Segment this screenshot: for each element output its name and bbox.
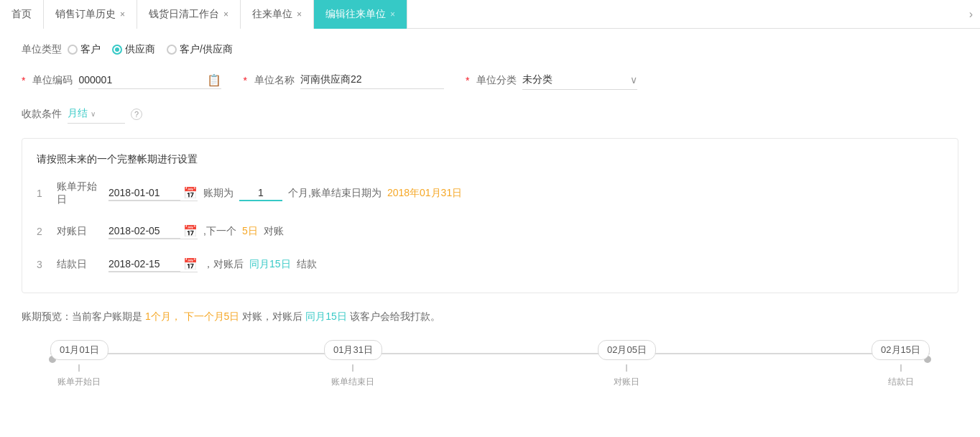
timeline-label-3: 对账日 [614, 376, 639, 388]
radio-customer-label: 客户 [80, 43, 101, 56]
reconcile-date-input[interactable] [108, 224, 180, 239]
payment-date-input[interactable] [108, 257, 180, 272]
main-content: 单位类型 客户 供应商 客户/供应商 * 单位编码 [0, 29, 980, 437]
setting-row-2: 2 对账日 📅 ,下一个 5日 对账 [37, 224, 943, 239]
radio-customer-supplier-circle [167, 45, 177, 55]
unit-type-group: 单位类型 客户 供应商 客户/供应商 [22, 43, 233, 56]
row-3-num: 3 [37, 259, 48, 270]
tab-cash-work[interactable]: 钱货日清工作台 × [137, 0, 241, 29]
payment-terms-dropdown[interactable]: 月结 ∨ [68, 104, 125, 124]
timeline-connector-2 [352, 364, 353, 372]
preview-middle: 对账，对账后 [242, 310, 302, 322]
row-2-num: 2 [37, 226, 48, 237]
unit-type-label: 单位类型 [22, 43, 62, 56]
timeline-badge-1: 01月01日 [50, 340, 108, 360]
preview-prefix: 账期预览：当前客户账期是 [22, 310, 142, 322]
row-2-content: 📅 ,下一个 5日 对账 [108, 224, 943, 239]
unit-type-row: 单位类型 客户 供应商 客户/供应商 [22, 43, 958, 56]
tab-sales-history[interactable]: 销售订单历史 × [44, 0, 137, 29]
start-date-calendar[interactable]: 📅 [183, 186, 198, 200]
tab-sales-history-close[interactable]: × [120, 9, 125, 19]
unit-category-label: 单位分类 [476, 74, 517, 87]
timeline-badge-4: 02月15日 [872, 340, 930, 360]
tab-sales-history-label: 销售订单历史 [55, 8, 116, 21]
row-3-label: 结款日 [57, 258, 100, 271]
period-input[interactable] [239, 185, 282, 201]
unit-code-group: * 单位编码 📋 [22, 71, 221, 89]
unit-code-input-wrapper: 📋 [78, 71, 221, 89]
timeline-connector-3 [626, 364, 627, 372]
unit-name-label: 单位名称 [254, 74, 295, 87]
payment-terms-group: 收款条件 月结 ∨ ? [22, 104, 142, 124]
timeline-wrapper: 01月01日 账单开始日 01月31日 账单结束日 02月05日 对账日 02月… [22, 340, 958, 388]
preview-suffix: 该客户会给我打款。 [350, 310, 440, 322]
start-date-input-wrapper: 📅 [108, 185, 198, 201]
radio-customer-circle [68, 45, 78, 55]
period-unit: 个月,账单结束日期为 [288, 187, 382, 200]
radio-customer-supplier[interactable]: 客户/供应商 [167, 43, 233, 56]
row-3-content: 📅 ，对账后 同月15日 结款 [108, 257, 943, 272]
unit-code-label: 单位编码 [32, 74, 73, 87]
reconcile-suffix: 对账 [264, 225, 284, 238]
settings-section: 请按照未来的一个完整帐期进行设置 1 账单开始日 📅 账期为 个月,账单结束日期… [22, 138, 958, 293]
unit-category-select[interactable]: 未分类 ∨ [522, 70, 637, 90]
row-1-label: 账单开始日 [57, 180, 100, 206]
preview-part2: 下一个月5日 [184, 310, 240, 322]
row-1-content: 📅 账期为 个月,账单结束日期为 2018年01月31日 [108, 185, 943, 201]
row-2-label: 对账日 [57, 225, 100, 238]
row-1-num: 1 [37, 188, 48, 199]
payment-terms-arrow: ∨ [91, 110, 96, 118]
radio-customer[interactable]: 客户 [68, 43, 101, 56]
radio-supplier-circle [112, 45, 122, 55]
radio-customer-supplier-label: 客户/供应商 [180, 43, 233, 56]
unit-code-icon[interactable]: 📋 [207, 73, 221, 87]
payment-terms-row: 收款条件 月结 ∨ ? [22, 104, 958, 124]
reconcile-prefix: ,下一个 [203, 225, 236, 238]
period-end-date: 2018年01月31日 [387, 187, 462, 200]
start-date-input[interactable] [108, 185, 180, 201]
setting-row-1: 1 账单开始日 📅 账期为 个月,账单结束日期为 2018年01月31日 [37, 180, 943, 206]
reconcile-highlight: 5日 [242, 225, 258, 238]
unit-name-input[interactable] [300, 71, 444, 89]
tabs-more-button[interactable]: › [962, 0, 980, 29]
radio-supplier-label: 供应商 [125, 43, 155, 56]
tab-edit-partner-close[interactable]: × [390, 9, 395, 19]
timeline-point-3: 02月05日 对账日 [598, 340, 656, 388]
timeline-badge-2: 01月31日 [324, 340, 382, 360]
preview-part3: 同月15日 [305, 310, 347, 322]
payment-date-calendar[interactable]: 📅 [183, 257, 198, 271]
unit-category-star: * [466, 75, 469, 86]
payment-prefix: ，对账后 [203, 258, 244, 271]
tab-partner-close[interactable]: × [297, 9, 302, 19]
period-prefix: 账期为 [203, 187, 234, 200]
radio-supplier[interactable]: 供应商 [112, 43, 155, 56]
tab-partner[interactable]: 往来单位 × [241, 0, 314, 29]
unit-code-star: * [22, 75, 25, 86]
unit-category-group: * 单位分类 未分类 ∨ [466, 70, 637, 90]
tab-cash-work-label: 钱货日清工作台 [149, 8, 219, 21]
payment-terms-value: 月结 [68, 107, 88, 120]
tab-edit-partner[interactable]: 编辑往来单位 × [314, 0, 407, 29]
timeline-point-1: 01月01日 账单开始日 [50, 340, 108, 388]
tab-home[interactable]: 首页 [0, 0, 44, 29]
payment-highlight: 同月15日 [249, 258, 291, 271]
unit-code-input[interactable] [78, 71, 204, 88]
unit-category-arrow: ∨ [630, 74, 637, 86]
setting-row-3: 3 结款日 📅 ，对账后 同月15日 结款 [37, 257, 943, 272]
radio-group: 客户 供应商 客户/供应商 [68, 43, 233, 56]
tab-cash-work-close[interactable]: × [223, 9, 228, 19]
reconcile-date-calendar[interactable]: 📅 [183, 224, 198, 238]
timeline-label-2: 账单结束日 [331, 376, 374, 388]
tab-home-label: 首页 [11, 8, 32, 21]
payment-date-input-wrapper: 📅 [108, 257, 198, 272]
timeline-badge-3: 02月05日 [598, 340, 656, 360]
timeline-label-1: 账单开始日 [57, 376, 101, 388]
payment-terms-help[interactable]: ? [131, 109, 142, 120]
unit-category-value: 未分类 [522, 73, 553, 86]
timeline-label-4: 结款日 [888, 376, 914, 388]
timeline-point-4: 02月15日 结款日 [872, 340, 930, 388]
unit-name-star: * [243, 75, 246, 86]
timeline-connector-1 [78, 364, 80, 372]
section-title: 请按照未来的一个完整帐期进行设置 [37, 153, 943, 166]
timeline-points: 01月01日 账单开始日 01月31日 账单结束日 02月05日 对账日 02月… [50, 340, 930, 388]
